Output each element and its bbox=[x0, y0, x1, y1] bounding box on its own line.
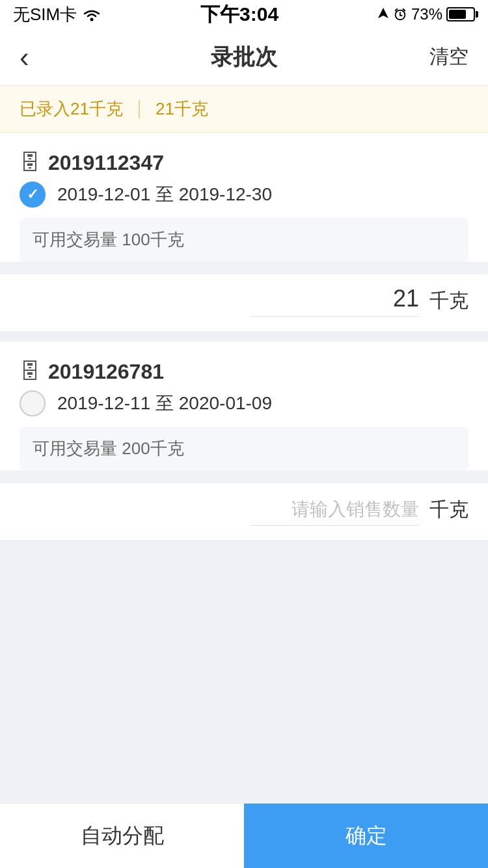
batch-id-1: 2019112347 bbox=[48, 151, 164, 175]
page-title: 录批次 bbox=[211, 42, 277, 72]
quantity-row-1: 21 千克 bbox=[0, 275, 488, 331]
status-time: 下午3:04 bbox=[200, 1, 278, 28]
status-bar: 无SIM卡 下午3:04 73% bbox=[0, 0, 488, 29]
radio-1[interactable] bbox=[20, 182, 46, 208]
quantity-underline-1 bbox=[250, 316, 419, 317]
info-banner: 已录入21千克 21千克 bbox=[0, 86, 488, 133]
batch-item-2: 🗄 2019126781 2019-12-11 至 2020-01-09 可用交… bbox=[0, 342, 488, 470]
confirm-button[interactable]: 确定 bbox=[244, 804, 488, 868]
battery-icon bbox=[446, 7, 475, 21]
alarm-icon bbox=[393, 7, 407, 21]
batch-icon-2: 🗄 bbox=[20, 360, 40, 384]
batch-dates-1: 2019-12-01 至 2019-12-30 bbox=[57, 182, 272, 207]
status-left: 无SIM卡 bbox=[13, 3, 102, 26]
location-icon bbox=[377, 7, 389, 21]
info-divider bbox=[139, 100, 140, 118]
quantity-underline-2 bbox=[250, 525, 419, 526]
carrier-label: 无SIM卡 bbox=[13, 3, 77, 26]
batch-header-1: 🗄 2019112347 bbox=[20, 151, 468, 175]
batch-dates-row-2[interactable]: 2019-12-11 至 2020-01-09 bbox=[20, 390, 468, 416]
batch-id-2: 2019126781 bbox=[48, 360, 164, 384]
batch-item-1: 🗄 2019112347 2019-12-01 至 2019-12-30 可用交… bbox=[0, 133, 488, 262]
batch-header-2: 🗄 2019126781 bbox=[20, 360, 468, 384]
batch-dates-row-1[interactable]: 2019-12-01 至 2019-12-30 bbox=[20, 182, 468, 208]
batch-icon-1: 🗄 bbox=[20, 151, 40, 175]
svg-point-0 bbox=[90, 18, 94, 21]
quantity-unit-2: 千克 bbox=[429, 496, 468, 523]
quantity-with-line-2 bbox=[250, 494, 419, 526]
battery-percent: 73% bbox=[411, 5, 442, 23]
quantity-unit-1: 千克 bbox=[429, 288, 468, 314]
separator-1 bbox=[0, 331, 488, 342]
recorded-label: 已录入21千克 bbox=[20, 98, 123, 120]
empty-area bbox=[0, 540, 488, 800]
clear-button[interactable]: 清空 bbox=[429, 44, 468, 70]
quantity-input-2[interactable] bbox=[289, 494, 419, 521]
wifi-icon bbox=[82, 7, 102, 21]
quantity-row-2: 千克 bbox=[0, 483, 488, 540]
radio-2[interactable] bbox=[20, 390, 46, 416]
info-value: 21千克 bbox=[156, 98, 208, 120]
batch-capacity-1: 可用交易量 100千克 bbox=[20, 218, 468, 262]
quantity-number-1: 21 bbox=[393, 285, 419, 312]
quantity-with-line-1: 21 bbox=[250, 285, 419, 317]
auto-distribute-button[interactable]: 自动分配 bbox=[0, 804, 244, 868]
back-button[interactable]: ‹ bbox=[20, 41, 59, 74]
bottom-bar: 自动分配 确定 bbox=[0, 803, 488, 868]
batch-capacity-2: 可用交易量 200千克 bbox=[20, 427, 468, 470]
batch-dates-2: 2019-12-11 至 2020-01-09 bbox=[57, 391, 272, 416]
nav-bar: ‹ 录批次 清空 bbox=[0, 29, 488, 86]
status-right: 73% bbox=[377, 5, 475, 23]
